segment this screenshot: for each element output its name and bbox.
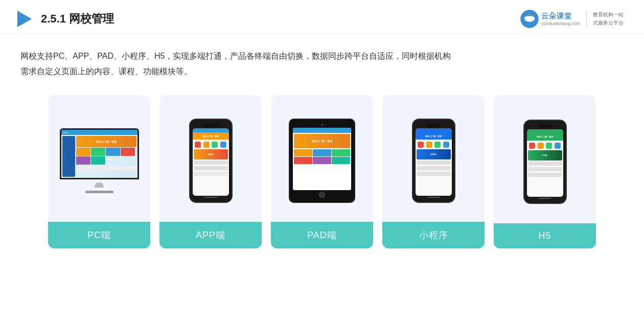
card-app-label: APP端 — [159, 222, 262, 248]
phone-icon-row — [194, 141, 228, 149]
description-line2: 需求自定义页面上的内容、课程、功能模块等。 — [20, 64, 624, 79]
phone-content-block — [194, 172, 228, 176]
phone-mockup-mini: 轻松入门第一堂课 推荐课程 — [412, 119, 455, 203]
card-pad-image: 轻松入门第一堂课 — [271, 95, 373, 222]
tablet-grid — [294, 149, 350, 164]
description-line1: 网校支持PC、APP、PAD、小程序、H5，实现多端打通，产品各终端自由切换，数… — [20, 49, 624, 64]
monitor-card — [91, 156, 105, 165]
phone-banner-h5: H5课程 — [528, 150, 562, 160]
tablet-grid-item — [332, 149, 350, 156]
brand-icon — [520, 9, 539, 29]
svg-marker-0 — [17, 11, 32, 27]
desktop-mockup: 轻松入门第一堂课 — [60, 128, 139, 193]
phone-icon-mini — [426, 142, 432, 148]
card-pc-label: PC端 — [48, 222, 150, 248]
brand-name-chinese: 云朵课堂 — [541, 12, 580, 21]
phone-icon-row-mini — [417, 141, 451, 149]
tablet-screen: 轻松入门第一堂课 — [293, 128, 351, 190]
card-h5-image: 轻松入门第一堂课 H5课程 — [494, 95, 596, 223]
brand-name-column: 云朵课堂 yunduoketang.com — [541, 12, 580, 26]
phone-icon-mini — [418, 142, 424, 148]
phone-notch — [203, 124, 218, 127]
phone-home-indicator — [204, 197, 217, 198]
monitor-card — [76, 148, 90, 156]
phone-screen-h5: 轻松入门第一堂课 H5课程 — [527, 129, 563, 197]
phone-icon — [212, 142, 218, 148]
phone-banner: 课程推荐 — [194, 149, 228, 159]
phone-content-mini: 推荐课程 — [416, 140, 452, 196]
phone-icon-h5 — [538, 143, 544, 149]
svg-point-4 — [530, 16, 535, 21]
page: 2.5.1 网校管理 云朵课堂 yunduoketang.com — [0, 0, 644, 322]
tablet-grid-item — [313, 157, 331, 164]
svg-point-3 — [524, 16, 530, 21]
monitor-main: 轻松入门第一堂课 — [76, 136, 136, 177]
phone-app-header: 轻松入门第一堂课 — [193, 132, 229, 140]
cards-area: 轻松入门第一堂课 — [0, 85, 644, 259]
description-block: 网校支持PC、APP、PAD、小程序、H5，实现多端打通，产品各终端自由切换，数… — [0, 34, 644, 85]
phone-icon-row-h5 — [528, 142, 562, 150]
tablet-grid-item — [332, 157, 350, 164]
monitor-card — [76, 156, 90, 165]
tablet-grid-item — [294, 157, 312, 164]
card-pc: 轻松入门第一堂课 — [48, 95, 150, 248]
card-h5: 轻松入门第一堂课 H5课程 — [494, 95, 596, 248]
monitor-stand — [94, 182, 104, 188]
card-h5-label: H5 — [494, 223, 596, 248]
header-left: 2.5.1 网校管理 — [15, 10, 114, 28]
phone-content-block — [194, 160, 228, 165]
phone-icon-h5 — [529, 143, 535, 149]
card-app-image: 轻松入门第一堂课 课程推荐 — [159, 95, 262, 222]
tablet-content: 轻松入门第一堂课 — [293, 133, 351, 190]
monitor-sidebar — [62, 136, 75, 177]
phone-app-header-mini: 轻松入门第一堂课 — [416, 132, 452, 140]
header: 2.5.1 网校管理 云朵课堂 yunduoketang.com — [0, 0, 644, 34]
monitor-screen: 轻松入门第一堂课 — [61, 130, 137, 178]
monitor-banner: 轻松入门第一堂课 — [76, 136, 136, 147]
phone-home-indicator-mini — [427, 197, 440, 198]
phone-icon — [220, 142, 226, 148]
phone-icon-h5 — [546, 143, 552, 149]
monitor-content: 轻松入门第一堂课 — [61, 135, 137, 178]
card-pad-label: PAD端 — [271, 222, 373, 248]
phone-content-block-mini — [417, 160, 451, 165]
tablet-grid-item — [313, 149, 331, 156]
phone-screen: 轻松入门第一堂课 课程推荐 — [193, 128, 229, 196]
phone-banner-mini: 推荐课程 — [417, 149, 451, 159]
card-miniprogram: 轻松入门第一堂课 推荐课程 — [382, 95, 485, 248]
phone-content-h5: H5课程 — [527, 141, 563, 197]
svg-point-5 — [526, 15, 528, 16]
card-miniprogram-label: 小程序 — [382, 222, 485, 248]
phone-mockup-app: 轻松入门第一堂课 课程推荐 — [189, 119, 233, 203]
monitor-topbar — [61, 130, 137, 135]
monitor-base — [85, 191, 113, 193]
phone-icon — [203, 142, 210, 148]
phone-status-bar-h5 — [527, 129, 563, 133]
phone-status-bar — [193, 128, 229, 132]
card-pad: 轻松入门第一堂课 — [271, 95, 373, 248]
phone-content-block-h5 — [528, 173, 562, 177]
monitor-card — [91, 148, 105, 156]
phone-content-block-mini — [417, 166, 451, 170]
monitor-card — [106, 148, 120, 156]
monitor-cards-row — [76, 148, 136, 165]
phone-content-block-h5 — [528, 162, 562, 166]
brand-logo: 云朵课堂 yunduoketang.com 教育机构一站 式服务云平台 — [520, 9, 624, 29]
phone-notch-h5 — [537, 125, 553, 128]
monitor-body: 轻松入门第一堂课 — [60, 128, 139, 179]
brand-url: yunduoketang.com — [541, 21, 580, 26]
svg-point-7 — [532, 15, 533, 16]
phone-icon — [195, 142, 201, 148]
tablet-grid-item — [294, 149, 312, 156]
phone-icon-h5 — [555, 143, 561, 149]
card-pc-image: 轻松入门第一堂课 — [48, 95, 150, 222]
tablet-topbar — [293, 128, 351, 133]
card-miniprogram-image: 轻松入门第一堂课 推荐课程 — [382, 95, 485, 222]
svg-point-6 — [529, 14, 531, 15]
monitor-dot — [66, 132, 67, 133]
tablet-mockup: 轻松入门第一堂课 — [289, 119, 355, 203]
phone-content-block-mini — [417, 172, 451, 176]
page-title: 2.5.1 网校管理 — [41, 11, 114, 27]
tablet-banner: 轻松入门第一堂课 — [294, 134, 350, 148]
phone-icon-mini — [443, 142, 449, 148]
